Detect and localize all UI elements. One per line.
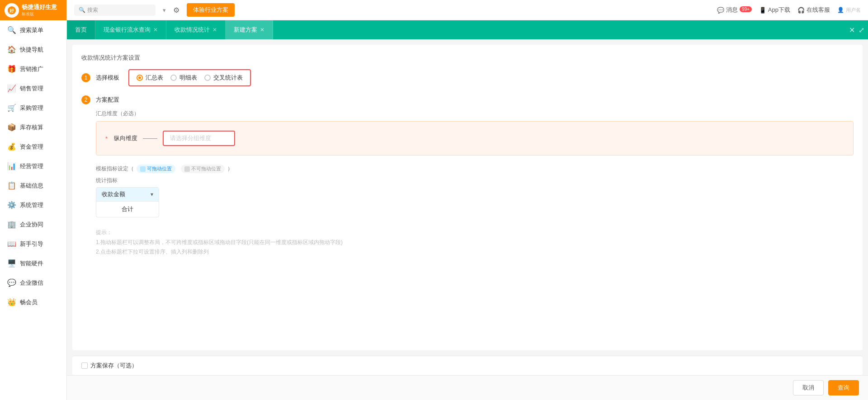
save-section: 方案保存（可选） — [72, 356, 863, 375]
sidebar-item-label: 经营管理 — [20, 162, 43, 170]
main-card: 收款情况统计方案设置 1 选择模板 汇总表 明细表 交叉统计 — [72, 45, 863, 350]
metrics-table-row: 合计 — [96, 202, 159, 217]
member-icon: 👑 — [7, 298, 16, 306]
sidebar-item-label: 智能硬件 — [20, 259, 43, 268]
sidebar-item-search[interactable]: 🔍 搜索菜单 — [0, 20, 66, 40]
tip-item-2: 2.点击标题栏下拉可设置排序、插入列和删除列 — [96, 247, 854, 257]
vertical-dimension-label: 纵向维度 — [114, 134, 137, 142]
tab-collection-stats-close-icon[interactable]: ✕ — [212, 27, 217, 33]
tab-collection-stats[interactable]: 收款情况统计 ✕ — [166, 20, 226, 39]
dimension-section-label: 汇总维度（必选） — [96, 110, 854, 118]
sidebar-item-home[interactable]: 🏠 快捷导航 — [0, 40, 66, 59]
dropdown-chevron-icon: ▾ — [163, 7, 166, 14]
tab-bar-close-icon[interactable]: ✕ — [849, 26, 855, 34]
sidebar-item-management[interactable]: 📊 经营管理 — [0, 156, 66, 176]
page-title: 收款情况统计方案设置 — [81, 54, 854, 62]
sidebar-item-enterprise[interactable]: 🏢 企业协同 — [0, 215, 66, 234]
sidebar-item-finance[interactable]: 💰 资金管理 — [0, 137, 66, 156]
sidebar-item-inventory[interactable]: 📦 库存核算 — [0, 118, 66, 137]
dimension-select[interactable]: 请选择分组维度 — [163, 131, 235, 146]
tab-new-plan[interactable]: 新建方案 ✕ — [226, 20, 273, 39]
support-area[interactable]: 🎧 在线客服 — [797, 6, 830, 14]
sidebar-item-wechat[interactable]: 💬 企业微信 — [0, 273, 66, 292]
download-label: App下载 — [768, 6, 790, 14]
sidebar-item-member[interactable]: 👑 畅会员 — [0, 292, 66, 312]
arrow-icon: —— — [143, 134, 157, 142]
chevron-down-icon[interactable]: ▾ — [151, 191, 153, 198]
message-icon: 💬 — [717, 7, 724, 14]
basics-icon: 📋 — [7, 181, 16, 190]
tab-bar-expand-icon[interactable]: ⤢ — [859, 26, 864, 34]
radio-cross[interactable]: 交叉统计表 — [204, 74, 243, 82]
notification-label: 消息 — [726, 6, 738, 14]
radio-summary[interactable]: 汇总表 — [137, 74, 163, 82]
sidebar-item-hardware[interactable]: 🖥️ 智能硬件 — [0, 254, 66, 273]
cancel-button[interactable]: 取消 — [793, 380, 824, 395]
step1-label: 选择模板 — [96, 74, 119, 82]
metrics-label: 模板指标设定（ — [96, 165, 134, 173]
header: 🔍 搜索 ▾ ⚙ 体验行业方案 💬 消息 99+ 📱 App下载 🎧 在线客服 … — [67, 0, 868, 20]
support-label: 在线客服 — [807, 6, 830, 14]
template-selection-box: 汇总表 明细表 交叉统计表 — [128, 69, 251, 86]
header-right: 💬 消息 99+ 📱 App下载 🎧 在线客服 👤 用户名 — [717, 6, 861, 14]
trial-button[interactable]: 体验行业方案 — [187, 3, 235, 17]
system-icon: ⚙️ — [7, 201, 16, 209]
group-label: 统计指标 — [96, 177, 159, 184]
sidebar-item-label: 系统管理 — [20, 201, 43, 209]
search-box[interactable]: 🔍 搜索 — [74, 5, 156, 16]
download-area[interactable]: 📱 App下载 — [759, 6, 790, 14]
tab-new-plan-close-icon[interactable]: ✕ — [260, 27, 264, 33]
sidebar-menu: 🔍 搜索菜单 🏠 快捷导航 🎁 营销推广 📈 销售管理 🛒 采购管理 📦 库存核… — [0, 20, 66, 400]
metrics-header: 模板指标设定（ 可拖动位置 不可拖动位置 ） — [96, 165, 854, 173]
sidebar-item-label: 销售管理 — [20, 85, 43, 93]
hardware-icon: 🖥️ — [7, 259, 16, 268]
sidebar-item-system[interactable]: ⚙️ 系统管理 — [0, 195, 66, 215]
sidebar-item-purchase[interactable]: 🛒 采购管理 — [0, 98, 66, 118]
tab-bank-flow-close-icon[interactable]: ✕ — [153, 27, 158, 33]
sidebar: 好 畅捷通好生意 标准版 🔍 搜索菜单 🏠 快捷导航 🎁 营销推广 📈 销售管理… — [0, 0, 67, 400]
sidebar-item-basics[interactable]: 📋 基础信息 — [0, 176, 66, 195]
radio-detail[interactable]: 明细表 — [170, 74, 197, 82]
tips-title: 提示： — [96, 228, 854, 238]
save-checkbox[interactable] — [81, 362, 88, 369]
sidebar-item-label: 搜索菜单 — [20, 26, 43, 34]
user-area[interactable]: 👤 用户名 — [837, 7, 861, 14]
notification-badge: 99+ — [740, 6, 752, 12]
metrics-table: 收款金额 ▾ 合计 — [96, 187, 159, 217]
action-bar: 取消 查询 — [67, 375, 868, 400]
sidebar-item-label: 畅会员 — [20, 298, 38, 306]
wechat-icon: 💬 — [7, 278, 16, 287]
save-checkbox-label[interactable]: 方案保存（可选） — [81, 362, 137, 370]
gear-icon[interactable]: ⚙ — [173, 6, 179, 14]
tab-bar: 首页 现金银行流水查询 ✕ 收款情况统计 ✕ 新建方案 ✕ ✕ ⤢ — [67, 20, 868, 39]
tag-fixed-label: 不可拖动位置 — [191, 165, 221, 172]
tag-draggable-label: 可拖动位置 — [147, 165, 172, 172]
search-placeholder: 搜索 — [87, 6, 98, 14]
sidebar-item-marketing[interactable]: 🎁 营销推广 — [0, 59, 66, 79]
enterprise-icon: 🏢 — [7, 220, 16, 229]
tab-home[interactable]: 首页 — [67, 20, 95, 39]
sidebar-item-guide[interactable]: 📖 新手引导 — [0, 234, 66, 254]
app-name: 畅捷通好生意 — [22, 3, 57, 11]
required-star: * — [105, 135, 108, 142]
sidebar-item-label: 资金管理 — [20, 143, 43, 151]
sidebar-item-label: 企业微信 — [20, 279, 43, 287]
user-name: 用户名 — [846, 7, 861, 14]
guide-icon: 📖 — [7, 240, 16, 248]
sidebar-item-label: 库存核算 — [20, 123, 43, 132]
sidebar-item-sales[interactable]: 📈 销售管理 — [0, 79, 66, 98]
query-button[interactable]: 查询 — [828, 380, 859, 395]
support-icon: 🎧 — [797, 7, 805, 14]
notification-area[interactable]: 💬 消息 99+ — [717, 6, 752, 14]
tab-bank-flow[interactable]: 现金银行流水查询 ✕ — [95, 20, 166, 39]
metrics-table-header: 收款金额 ▾ — [96, 188, 159, 202]
header-dropdown[interactable]: ▾ — [163, 7, 166, 14]
step2-number: 2 — [81, 95, 90, 104]
tips-area: 提示： 1.拖动标题栏可以调整布局，不可跨维度或指标区域拖动目字段(只能在同一维… — [96, 228, 854, 257]
user-avatar-icon: 👤 — [837, 7, 844, 13]
sidebar-item-label: 快捷导航 — [20, 46, 43, 54]
radio-summary-label: 汇总表 — [146, 74, 163, 82]
sidebar-item-label: 采购管理 — [20, 104, 43, 112]
sidebar-item-label: 基础信息 — [20, 182, 43, 190]
tab-bar-actions: ✕ ⤢ — [849, 26, 868, 34]
